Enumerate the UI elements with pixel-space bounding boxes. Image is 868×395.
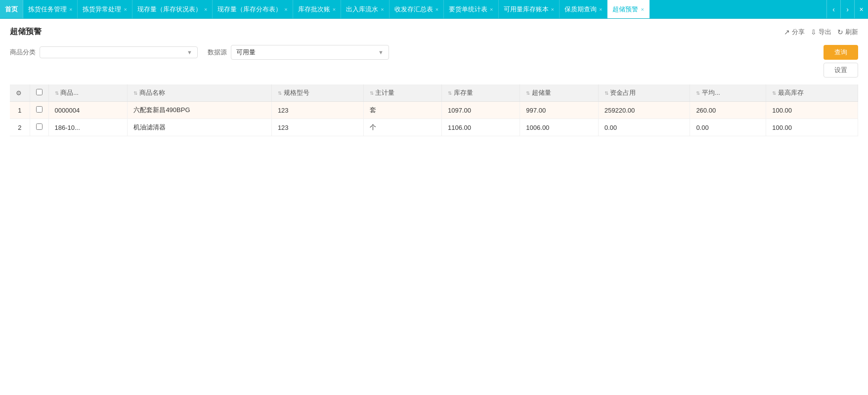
row-product-name: 机油滤清器 (128, 119, 272, 136)
nav-task-mgmt-close[interactable]: × (69, 6, 72, 12)
th-spec-label: 规格型号 (284, 89, 309, 96)
nav-arrows: ‹ › × (826, 0, 868, 19)
row-overstock: 1006.00 (520, 119, 598, 136)
sort-icon-avg: ⇅ (696, 90, 700, 96)
filters-main: 商品分类 ▼ 数据源 可用量 ▼ (10, 45, 809, 60)
category-dropdown-icon: ▼ (187, 49, 192, 55)
page-header: 超储预警 ↗ 分享 ⇩ 导出 ↻ 刷新 (10, 27, 858, 37)
nav-exception-handle-close[interactable]: × (124, 6, 127, 12)
th-product-name[interactable]: ⇅ 商品名称 (128, 84, 272, 102)
share-label: 分享 (792, 28, 805, 37)
nav-batch-account-close[interactable]: × (333, 6, 336, 12)
setting-button[interactable]: 设置 (824, 63, 858, 78)
nav-receive-summary-close[interactable]: × (435, 6, 438, 12)
export-button[interactable]: ⇩ 导出 (811, 28, 831, 37)
nav-inventory-dist-close[interactable]: × (284, 6, 287, 12)
category-select[interactable]: ▼ (40, 46, 198, 58)
row-product-name: 六配套新昌490BPG (128, 102, 272, 119)
row-spec: 123 (271, 119, 363, 136)
th-unit-label: 主计量 (375, 89, 394, 96)
sort-icon-stock: ⇅ (448, 90, 452, 96)
th-product-code-label: 商品... (60, 89, 79, 96)
row-max-stock: 100.00 (766, 102, 858, 119)
row-checkbox-cell (30, 119, 48, 136)
refresh-label: 刷新 (845, 28, 858, 37)
nav-shelf-life[interactable]: 保质期查询 × (560, 0, 608, 18)
th-spec[interactable]: ⇅ 规格型号 (271, 84, 363, 102)
row-checkbox[interactable] (36, 123, 43, 130)
row-capital: 0.00 (598, 119, 690, 136)
th-max-stock[interactable]: ⇅ 最高库存 (766, 84, 858, 102)
row-max-stock: 100.00 (766, 119, 858, 136)
th-overstock[interactable]: ⇅ 超储量 (520, 84, 598, 102)
row-unit: 套 (363, 102, 441, 119)
nav-overstock-warning[interactable]: 超储预警 × (608, 0, 649, 18)
table-header-row: ⚙ ⇅ 商品... ⇅ 商品名称 ⇅ 规格型号 ⇅ (10, 84, 858, 102)
select-all-checkbox[interactable] (36, 89, 43, 95)
nav-batch-account[interactable]: 库存批次账 × (293, 0, 341, 18)
sort-icon-overstock: ⇅ (526, 90, 530, 96)
category-filter: 商品分类 ▼ (10, 45, 198, 60)
row-unit: 个 (363, 119, 441, 136)
share-icon: ↗ (784, 28, 790, 36)
nav-next-arrow[interactable]: › (840, 0, 854, 19)
sort-icon-capital: ⇅ (605, 90, 608, 96)
table-row: 2 186-10... 机油滤清器 123 个 1106.00 1006.00 … (10, 119, 858, 136)
nav-close-arrow[interactable]: × (854, 0, 868, 19)
page-content: 超储预警 ↗ 分享 ⇩ 导出 ↻ 刷新 商品分类 ▼ (0, 19, 868, 395)
nav-order-stats-close[interactable]: × (490, 6, 493, 12)
datasource-select[interactable]: 可用量 ▼ (231, 45, 389, 60)
th-product-code[interactable]: ⇅ 商品... (48, 84, 128, 102)
nav-overstock-warning-close[interactable]: × (641, 6, 644, 12)
th-product-name-label: 商品名称 (139, 89, 165, 96)
th-avg[interactable]: ⇅ 平均... (690, 84, 766, 102)
th-capital[interactable]: ⇅ 资金占用 (598, 84, 690, 102)
nav-available-account[interactable]: 可用量库存账本 × (499, 0, 560, 18)
nav-inventory-status-label: 现存量（库存状况表） (137, 5, 202, 14)
nav-exception-handle-label: 拣货异常处理 (83, 5, 121, 14)
th-unit[interactable]: ⇅ 主计量 (363, 84, 441, 102)
nav-batch-account-label: 库存批次账 (298, 5, 330, 14)
nav-available-account-close[interactable]: × (551, 6, 554, 12)
nav-shelf-life-close[interactable]: × (599, 6, 602, 12)
nav-inout-flow[interactable]: 出入库流水 × (341, 0, 389, 18)
nav-task-mgmt-label: 拣货任务管理 (28, 5, 67, 14)
row-stock: 1097.00 (441, 102, 520, 119)
nav-home-label: 首页 (5, 5, 18, 14)
row-no: 2 (10, 119, 30, 136)
nav-task-mgmt[interactable]: 拣货任务管理 × (23, 0, 78, 18)
refresh-icon: ↻ (837, 28, 843, 36)
export-label: 导出 (819, 28, 831, 37)
sort-icon-name: ⇅ (133, 90, 137, 96)
th-max-stock-label: 最高库存 (778, 89, 804, 96)
nav-inventory-dist[interactable]: 现存量（库存分布表） × (213, 0, 293, 18)
table-body: 1 0000004 六配套新昌490BPG 123 套 1097.00 997.… (10, 102, 858, 136)
header-actions: ↗ 分享 ⇩ 导出 ↻ 刷新 (784, 28, 858, 37)
nav-prev-arrow[interactable]: ‹ (826, 0, 840, 19)
nav-home[interactable]: 首页 (0, 0, 23, 18)
nav-order-stats[interactable]: 要货单统计表 × (444, 0, 498, 18)
nav-order-stats-label: 要货单统计表 (449, 5, 487, 14)
nav-receive-summary-label: 收发存汇总表 (394, 5, 433, 14)
settings-gear-icon[interactable]: ⚙ (16, 89, 22, 97)
filter-area: 商品分类 ▼ 数据源 可用量 ▼ 查询 设置 (10, 45, 858, 78)
nav-inventory-status[interactable]: 现存量（库存状况表） × (132, 0, 213, 18)
nav-inout-flow-label: 出入库流水 (346, 5, 378, 14)
nav-inout-flow-close[interactable]: × (381, 6, 384, 12)
nav-receive-summary[interactable]: 收发存汇总表 × (390, 0, 444, 18)
datasource-select-value: 可用量 (236, 48, 256, 57)
share-button[interactable]: ↗ 分享 (784, 28, 805, 37)
row-checkbox[interactable] (36, 106, 43, 113)
export-icon: ⇩ (811, 28, 817, 36)
nav-available-account-label: 可用量库存账本 (504, 5, 549, 14)
refresh-button[interactable]: ↻ 刷新 (837, 28, 858, 37)
row-overstock: 997.00 (520, 102, 598, 119)
nav-inventory-status-close[interactable]: × (204, 6, 207, 12)
row-avg: 0.00 (690, 119, 766, 136)
query-button[interactable]: 查询 (824, 45, 858, 60)
category-label: 商品分类 (10, 48, 36, 57)
th-stock[interactable]: ⇅ 库存量 (441, 84, 520, 102)
th-stock-label: 库存量 (454, 89, 473, 96)
nav-exception-handle[interactable]: 拣货异常处理 × (78, 0, 132, 18)
row-checkbox-cell (30, 102, 48, 119)
